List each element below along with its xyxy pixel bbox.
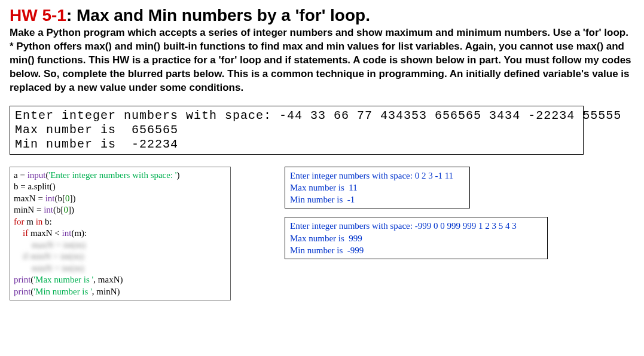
code-line-6: if maxN < int(m):: [14, 228, 225, 240]
example-output-1: Enter integer numbers with space: 0 2 3 …: [285, 167, 470, 209]
instructions-text: Make a Python program which accepts a se…: [10, 26, 631, 95]
examples-column: Enter integer numbers with space: 0 2 3 …: [285, 167, 548, 260]
code-line-7-blurred: maxN = int(m): [14, 240, 225, 251]
page-heading: HW 5-1: Max and Min numbers by a 'for' l…: [10, 6, 634, 25]
heading-separator: :: [66, 6, 77, 24]
main-output-box: Enter integer numbers with space: -44 33…: [10, 106, 584, 155]
code-line-4: minN = int(b[0]): [14, 204, 225, 216]
code-line-3: maxN = int(b[0]): [14, 193, 225, 205]
code-box: a = input('Enter integer numbers with sp…: [10, 167, 231, 301]
code-line-2: b = a.split(): [14, 181, 225, 193]
hw-title: Max and Min numbers by a 'for' loop.: [77, 6, 370, 24]
code-line-8-blurred: if minN > int(m):: [14, 251, 225, 263]
example-output-2: Enter integer numbers with space: -999 0…: [285, 217, 548, 259]
code-line-9-blurred: minN = int(m): [14, 263, 225, 275]
hw-number: HW 5-1: [10, 6, 66, 24]
code-line-10: print('Max number is ', maxN): [14, 274, 225, 286]
lower-section: a = input('Enter integer numbers with sp…: [10, 167, 634, 301]
code-line-5: for m in b:: [14, 216, 225, 228]
code-line-1: a = input('Enter integer numbers with sp…: [14, 170, 225, 182]
code-line-11: print('Min number is ', minN): [14, 286, 225, 298]
